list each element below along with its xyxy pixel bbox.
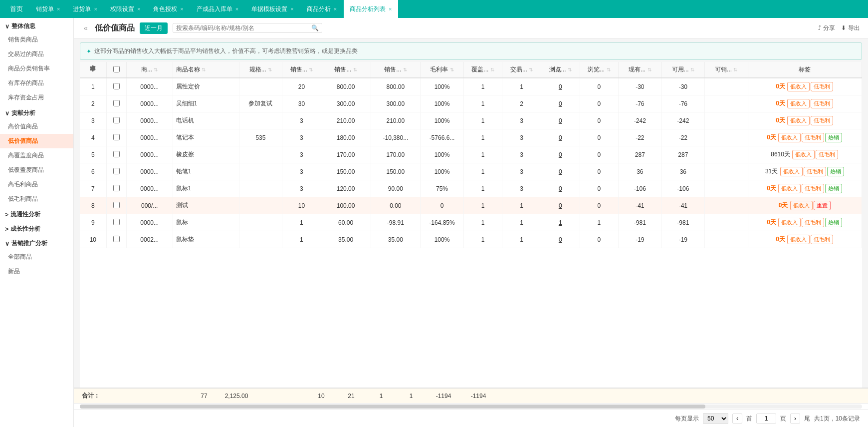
sidebar-group-growth[interactable]: > 成长性分析 bbox=[0, 221, 73, 235]
row-checkbox[interactable] bbox=[113, 219, 120, 225]
row-checkbox[interactable] bbox=[113, 236, 120, 242]
row-browse1[interactable]: 0 bbox=[541, 146, 580, 163]
sidebar-item-traded-goods[interactable]: 交易过的商品 bbox=[0, 47, 73, 61]
search-icon[interactable]: 🔍 bbox=[311, 24, 319, 31]
row-checkbox[interactable] bbox=[113, 100, 120, 106]
nav-close-products-in[interactable]: × bbox=[235, 6, 238, 12]
th-gear[interactable] bbox=[80, 62, 106, 78]
th-checkbox[interactable] bbox=[106, 62, 126, 78]
select-all-checkbox[interactable] bbox=[113, 66, 120, 72]
nav-close-permissions[interactable]: × bbox=[137, 6, 140, 12]
nav-item-sales[interactable]: 销货单 × bbox=[30, 0, 66, 18]
row-checkbox[interactable] bbox=[113, 202, 120, 208]
browse1-link[interactable]: 0 bbox=[559, 168, 562, 175]
nav-close-purchase[interactable]: × bbox=[94, 6, 97, 12]
th-name[interactable]: 商品名称 ⇅ bbox=[173, 62, 239, 78]
next-page-button[interactable]: › bbox=[790, 414, 800, 424]
export-button[interactable]: ⬇ 导出 bbox=[841, 24, 860, 32]
browse1-link[interactable]: 0 bbox=[559, 236, 562, 243]
th-saleable[interactable]: 可销... ⇅ bbox=[705, 62, 748, 78]
nav-close-template[interactable]: × bbox=[290, 6, 293, 12]
nav-item-home[interactable]: 首页 bbox=[4, 0, 29, 18]
row-check[interactable] bbox=[106, 146, 126, 163]
first-page-button[interactable]: ‹ bbox=[732, 414, 742, 424]
sidebar-item-high-value[interactable]: 高价值商品 bbox=[0, 119, 73, 134]
th-browse2[interactable]: 浏览... ⇅ bbox=[580, 62, 619, 78]
sidebar-group-liquidity[interactable]: > 流通性分析 bbox=[0, 206, 73, 221]
th-code[interactable]: 商... ⇅ bbox=[126, 62, 173, 78]
row-browse1[interactable]: 0 bbox=[541, 78, 580, 95]
nav-item-goods-list[interactable]: 商品分析列表 × bbox=[344, 0, 398, 18]
row-check[interactable] bbox=[106, 231, 126, 248]
row-checkbox[interactable] bbox=[113, 83, 120, 89]
th-browse1[interactable]: 浏览... ⇅ bbox=[541, 62, 580, 78]
browse1-link[interactable]: 0 bbox=[559, 134, 562, 141]
sidebar-item-high-margin[interactable]: 高毛利商品 bbox=[0, 177, 73, 192]
nav-item-template[interactable]: 单据模板设置 × bbox=[245, 0, 299, 18]
browse1-link[interactable]: 0 bbox=[559, 100, 562, 107]
sidebar-group-contribution[interactable]: ∨ 贡献分析 bbox=[0, 105, 73, 119]
row-checkbox[interactable] bbox=[113, 168, 120, 174]
row-check[interactable] bbox=[106, 214, 126, 231]
sidebar-group-overall[interactable]: ∨ 整体信息 bbox=[0, 18, 73, 32]
row-browse1[interactable]: 0 bbox=[541, 231, 580, 248]
row-browse1[interactable]: 1 bbox=[541, 214, 580, 231]
nav-close-goods-list[interactable]: × bbox=[389, 6, 392, 12]
time-filter-button[interactable]: 近一月 bbox=[140, 22, 168, 34]
sidebar-collapse-button[interactable]: « bbox=[82, 22, 90, 34]
row-browse1[interactable]: 0 bbox=[541, 129, 580, 146]
browse1-link[interactable]: 0 bbox=[559, 117, 562, 124]
sidebar-item-low-value[interactable]: 低价值商品 bbox=[0, 134, 73, 148]
browse1-link[interactable]: 0 bbox=[559, 83, 562, 90]
th-spec[interactable]: 规格... ⇅ bbox=[239, 62, 282, 78]
th-sale-amt2[interactable]: 销售... ⇅ bbox=[371, 62, 421, 78]
nav-item-roles[interactable]: 角色授权 × bbox=[147, 0, 189, 18]
th-tag[interactable]: 标签 bbox=[748, 62, 862, 78]
browse1-link[interactable]: 0 bbox=[559, 185, 562, 192]
sidebar-item-all-goods[interactable]: 全部商品 bbox=[0, 250, 73, 264]
nav-close-sales[interactable]: × bbox=[57, 6, 60, 12]
sidebar-item-high-coverage[interactable]: 高覆盖度商品 bbox=[0, 148, 73, 163]
th-sale-qty[interactable]: 销售... ⇅ bbox=[282, 62, 321, 78]
sidebar-item-stock-capital[interactable]: 库存资金占用 bbox=[0, 90, 73, 105]
row-checkbox[interactable] bbox=[113, 117, 120, 123]
browse1-link[interactable]: 0 bbox=[559, 151, 562, 158]
sidebar-item-low-margin[interactable]: 低毛利商品 bbox=[0, 192, 73, 206]
row-check[interactable] bbox=[106, 95, 126, 112]
row-checkbox[interactable] bbox=[113, 185, 120, 191]
row-browse1[interactable]: 0 bbox=[541, 197, 580, 214]
row-checkbox[interactable] bbox=[113, 134, 120, 140]
row-browse1[interactable]: 0 bbox=[541, 95, 580, 112]
th-trade[interactable]: 交易... ⇅ bbox=[502, 62, 541, 78]
sidebar-item-new-goods[interactable]: 新品 bbox=[0, 264, 73, 279]
sidebar-item-sales-goods[interactable]: 销售类商品 bbox=[0, 32, 73, 47]
th-cover[interactable]: 覆盖... ⇅ bbox=[463, 62, 502, 78]
nav-item-permissions[interactable]: 权限设置 × bbox=[104, 0, 146, 18]
page-number-input[interactable] bbox=[756, 414, 776, 424]
row-check[interactable] bbox=[106, 112, 126, 129]
sidebar-group-marketing[interactable]: ∨ 营销推广分析 bbox=[0, 235, 73, 250]
row-check[interactable] bbox=[106, 197, 126, 214]
h-scrollbar[interactable] bbox=[74, 403, 868, 410]
row-check[interactable] bbox=[106, 78, 126, 95]
sidebar-item-low-coverage[interactable]: 低覆盖度商品 bbox=[0, 163, 73, 177]
row-browse1[interactable]: 0 bbox=[541, 163, 580, 180]
row-browse1[interactable]: 0 bbox=[541, 180, 580, 197]
th-cur-stock[interactable]: 现有... ⇅ bbox=[619, 62, 661, 78]
row-check[interactable] bbox=[106, 129, 126, 146]
nav-close-roles[interactable]: × bbox=[180, 6, 183, 12]
row-checkbox[interactable] bbox=[113, 151, 120, 157]
browse1-link[interactable]: 0 bbox=[559, 202, 562, 209]
row-check[interactable] bbox=[106, 163, 126, 180]
nav-item-purchase[interactable]: 进货单 × bbox=[67, 0, 103, 18]
per-page-select[interactable]: 50 100 bbox=[703, 413, 728, 424]
nav-item-goods-analysis[interactable]: 商品分析 × bbox=[301, 0, 343, 18]
nav-close-goods-analysis[interactable]: × bbox=[334, 6, 337, 12]
search-input[interactable] bbox=[176, 24, 311, 31]
th-gross-rate[interactable]: 毛利率 ⇅ bbox=[421, 62, 463, 78]
share-button[interactable]: ⤴ 分享 bbox=[818, 24, 835, 32]
th-sale-amt[interactable]: 销售... ⇅ bbox=[321, 62, 371, 78]
nav-item-products-in[interactable]: 产成品入库单 × bbox=[191, 0, 244, 18]
row-check[interactable] bbox=[106, 180, 126, 197]
th-available[interactable]: 可用... ⇅ bbox=[661, 62, 704, 78]
